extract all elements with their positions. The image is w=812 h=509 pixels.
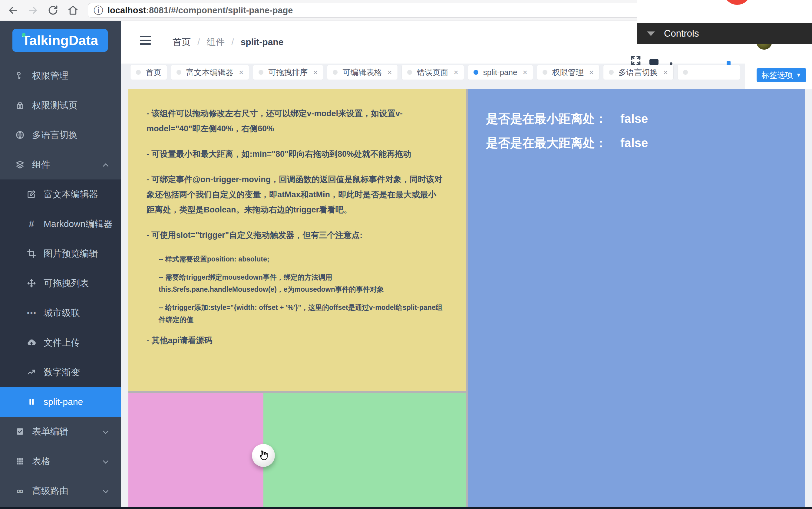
- components-submenu: 富文本编辑器 # Markdown编辑器 图片预览编辑 可拖拽列表 ⋯ 城市级联: [0, 179, 121, 417]
- tab-dot-icon: [136, 70, 141, 75]
- breadcrumb: 首页 / 组件 / split-pane: [172, 21, 283, 64]
- close-icon[interactable]: ×: [523, 68, 527, 76]
- sidebar-item-label: 图片预览编辑: [43, 247, 98, 260]
- sub-bullet: -- 样式需要设置position: absolute;: [159, 253, 443, 265]
- close-icon[interactable]: ×: [313, 68, 318, 76]
- pink-pane: [128, 393, 263, 507]
- sidebar-item-number-gradient[interactable]: 数字渐变: [0, 358, 121, 387]
- tab-label: 错误页面: [417, 67, 448, 78]
- logo[interactable]: TalkingData: [12, 29, 108, 52]
- sub-notes: -- 样式需要设置position: absolute; -- 需要给trigg…: [159, 253, 443, 326]
- close-icon[interactable]: ×: [663, 68, 668, 76]
- tab-draggable-sort[interactable]: 可拖拽排序 ×: [253, 65, 323, 80]
- tab-dot-icon: [683, 70, 688, 75]
- tab-dot-icon: [609, 70, 614, 75]
- bullet: - 可使用slot="trigger"自定义拖动触发器，但有三个注意点:: [147, 228, 443, 243]
- browser-home-button[interactable]: [66, 3, 80, 17]
- at-max-status: 是否是在最大距离处：false: [468, 131, 805, 155]
- sidebar-item-permission-test[interactable]: 权限测试页: [0, 91, 121, 120]
- yellow-pane: - 该组件可以拖动修改左右尺寸，还可以绑定v-model来设置，如设置v-mod…: [128, 89, 466, 391]
- tab-editable-table[interactable]: 可编辑表格 ×: [327, 65, 397, 80]
- usage-notes: - 该组件可以拖动修改左右尺寸，还可以绑定v-model来设置，如设置v-mod…: [147, 106, 443, 348]
- tab-label: 权限管理: [552, 67, 584, 78]
- close-icon[interactable]: ×: [454, 68, 458, 76]
- sidebar-item-permission-management[interactable]: 权限管理: [0, 61, 121, 91]
- tab-label: 富文本编辑器: [186, 67, 233, 78]
- tab-dot-icon: [474, 70, 478, 75]
- tab-dot-icon: [333, 70, 337, 75]
- tab-error-page[interactable]: 错误页面 ×: [401, 65, 464, 80]
- sub-bullet: -- 需要给trigger绑定mousedown事件，绑定的方法调用this.$…: [159, 271, 443, 295]
- tab-language-switch[interactable]: 多语言切换 ×: [603, 65, 674, 80]
- sidebar-item-image-preview-edit[interactable]: 图片预览编辑: [0, 239, 121, 268]
- content: 首页 富文本编辑器 × 可拖拽排序 × 可编辑表格 ×: [121, 64, 812, 509]
- close-icon[interactable]: ×: [239, 68, 243, 76]
- main-area: 首页 / 组件 / split-pane 首页: [121, 21, 812, 509]
- at-max-label: 是否是在最大距离处：: [486, 136, 607, 149]
- at-min-value: false: [620, 112, 648, 125]
- page-info-icon[interactable]: ⓘ: [94, 5, 103, 15]
- custom-drag-trigger[interactable]: [252, 444, 275, 467]
- breadcrumb-home[interactable]: 首页: [172, 36, 191, 48]
- sidebar-item-rich-text-editor[interactable]: 富文本编辑器: [0, 179, 121, 209]
- browser-reload-button[interactable]: [46, 3, 60, 17]
- edit-icon: [26, 189, 37, 200]
- globe-icon: [14, 130, 26, 140]
- home-icon: [67, 4, 79, 16]
- split-pane-demo: - 该组件可以拖动修改左右尺寸，还可以绑定v-model来设置，如设置v-mod…: [128, 89, 805, 507]
- app-frame: TalkingData 权限管理 权限测试页 多语言切换 组件: [0, 21, 812, 509]
- url-host: localhost: [107, 5, 146, 15]
- split-left-pane: - 该组件可以拖动修改左右尺寸，还可以绑定v-model来设置，如设置v-mod…: [128, 89, 466, 507]
- sidebar-item-label: 文件上传: [43, 337, 80, 349]
- sidebar-menu: 权限管理 权限测试页 多语言切换 组件 富文本编辑器: [0, 61, 121, 506]
- tab-home[interactable]: 首页: [130, 65, 167, 80]
- hamburger-menu-icon[interactable]: [140, 36, 151, 45]
- bullet: - 该组件可以拖动修改左右尺寸，还可以绑定v-model来设置，如设置v-mod…: [147, 106, 443, 136]
- at-min-label: 是否是在最小距离处：: [486, 112, 607, 125]
- tab-permission-management[interactable]: 权限管理 ×: [537, 65, 599, 80]
- sidebar-item-split-pane[interactable]: split-pane: [0, 387, 121, 417]
- tags-nav: 首页 富文本编辑器 × 可拖拽排序 × 可编辑表格 ×: [121, 64, 812, 89]
- sidebar-item-advanced-router[interactable]: ∞ 高级路由: [0, 476, 121, 506]
- tab-dot-icon: [259, 70, 263, 75]
- tab-partial[interactable]: [677, 65, 740, 80]
- chevron-down-icon: [102, 428, 109, 436]
- tab-split-pane[interactable]: split-pane ×: [468, 65, 533, 80]
- tab-label: 首页: [145, 67, 161, 78]
- sidebar: TalkingData 权限管理 权限测试页 多语言切换 组件: [0, 21, 121, 509]
- chevron-up-icon: [102, 161, 109, 169]
- layers-icon: [14, 159, 26, 170]
- tab-dot-icon: [176, 70, 181, 75]
- sidebar-item-markdown-editor[interactable]: # Markdown编辑器: [0, 209, 121, 239]
- bullet: - 其他api请看源码: [147, 333, 443, 348]
- sidebar-item-city-cascade[interactable]: ⋯ 城市级联: [0, 298, 121, 328]
- close-icon[interactable]: ×: [589, 68, 594, 76]
- forward-arrow-icon: [27, 4, 39, 16]
- breadcrumb-section[interactable]: 组件: [206, 36, 225, 48]
- controls-bar[interactable]: Controls: [637, 23, 812, 44]
- tab-rich-text-editor[interactable]: 富文本编辑器 ×: [171, 65, 249, 80]
- breadcrumb-current: split-pane: [241, 37, 284, 47]
- sidebar-item-table[interactable]: 表格: [0, 446, 121, 476]
- url-path: :8081/#/component/split-pane-page: [146, 5, 293, 15]
- sidebar-item-components[interactable]: 组件: [0, 150, 121, 179]
- close-icon[interactable]: ×: [387, 68, 392, 76]
- sidebar-item-draggable-list[interactable]: 可拖拽列表: [0, 268, 121, 298]
- tag-options-button[interactable]: 标签选项 ▼: [756, 68, 806, 82]
- pause-icon: [26, 397, 37, 407]
- infinity-icon: ∞: [14, 485, 26, 496]
- crop-icon: [26, 248, 37, 259]
- hand-cursor-icon: [257, 449, 270, 462]
- browser-back-button[interactable]: [6, 3, 20, 17]
- blue-pane: 是否是在最小距离处：false 是否是在最大距离处：false: [468, 89, 805, 507]
- sub-bullet: -- 给trigger添加:style="{width: offset + '%…: [159, 301, 443, 326]
- browser-forward-button[interactable]: [26, 3, 40, 17]
- trending-up-icon: [26, 367, 37, 378]
- sidebar-item-language-switch[interactable]: 多语言切换: [0, 120, 121, 150]
- sidebar-item-file-upload[interactable]: 文件上传: [0, 328, 121, 358]
- logo-text: TalkingData: [22, 33, 98, 48]
- tag-options-label: 标签选项: [761, 70, 793, 80]
- sidebar-item-form-edit[interactable]: 表单编辑: [0, 417, 121, 446]
- red-badge-icon: [724, 0, 751, 5]
- at-max-value: false: [620, 136, 648, 149]
